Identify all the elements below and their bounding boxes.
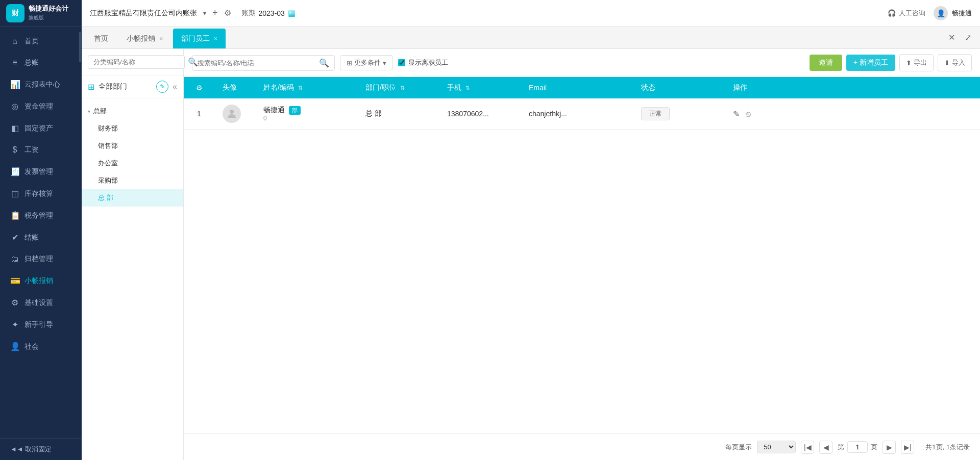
content-area: 🔍 ⊞ 全部部门 ✎ « ▾ 总部 财务部 销售部 (82, 49, 980, 460)
page-number-input[interactable] (847, 441, 868, 453)
page-prev-button[interactable]: ◀ (819, 441, 832, 454)
col-header-settings[interactable]: ⚙ (184, 77, 214, 98)
sidebar-item-reports[interactable]: 📊 云报表中心 (0, 73, 82, 95)
employee-avatar (223, 105, 241, 123)
sidebar-item-archive[interactable]: 🗂 归档管理 (0, 248, 82, 270)
sidebar-item-label: 总账 (24, 58, 39, 67)
sidebar-logo: 财 畅捷通好会计 旗舰版 (0, 0, 82, 27)
sidebar-item-assets[interactable]: ◧ 固定资产 (0, 117, 82, 139)
invite-button[interactable]: 邀请 (810, 55, 842, 71)
import-label: 导入 (952, 58, 965, 67)
employee-search-input[interactable] (198, 59, 316, 67)
sidebar-item-inventory[interactable]: ◫ 库存核算 (0, 183, 82, 205)
sidebar-item-home[interactable]: ⌂ 首页 (0, 31, 82, 52)
add-company-button[interactable]: + (212, 8, 218, 18)
right-panel: 🔍 ⊞ 更多条件 ▾ 显示离职员工 邀请 + 新增员工 ⬆ 导出 (184, 49, 980, 460)
show-resigned-check[interactable] (398, 59, 405, 66)
dept-tree-item-caigoubu[interactable]: 采购部 (82, 172, 183, 189)
maximize-window-button[interactable]: ⤢ (962, 32, 974, 44)
period-label: 账期 (241, 9, 256, 18)
edit-employee-button[interactable]: ✎ (733, 110, 740, 118)
page-size-select[interactable]: 50 100 200 (757, 441, 796, 453)
show-resigned-label: 显示离职员工 (408, 58, 448, 67)
dept-tree-item-xiaoshoubu[interactable]: 销售部 (82, 137, 183, 155)
window-controls: ✕ ⤢ (945, 27, 976, 48)
table-row: 1 畅捷通 (184, 98, 980, 130)
sidebar-item-label: 小畅报销 (24, 276, 53, 286)
employee-search-bar: 🔍 (192, 55, 335, 71)
employee-search-icon[interactable]: 🔍 (319, 58, 329, 68)
sidebar-item-settings[interactable]: ⚙ 基础设置 (0, 292, 82, 314)
toolbar-right-actions: 邀请 + 新增员工 ⬆ 导出 ⬇ 导入 (810, 54, 972, 71)
export-icon: ⬆ (906, 59, 912, 67)
sidebar-item-capital[interactable]: ◎ 资金管理 (0, 95, 82, 117)
invoice-icon: 🧾 (10, 167, 19, 176)
svg-point-0 (230, 110, 234, 114)
col-header-name[interactable]: 姓名/编码 ⇅ (255, 77, 357, 98)
sort-name-icon: ⇅ (298, 85, 303, 91)
dept-search-bar: 🔍 (82, 49, 183, 75)
expand-arrow-icon: ▾ (88, 109, 90, 114)
user-name: 畅捷通 (952, 9, 972, 18)
tab-xiaochangbaoxiao-close[interactable]: × (159, 35, 163, 42)
import-button[interactable]: ⬇ 导入 (938, 54, 972, 71)
tab-xiaochangbaoxiao[interactable]: 小畅报销 × (118, 29, 171, 48)
delete-employee-button[interactable]: ⎋ (746, 110, 751, 118)
dept-item-label: 财务部 (98, 124, 118, 133)
user-avatar-icon: 👤 (937, 9, 945, 17)
col-header-phone[interactable]: 手机 ⇅ (439, 77, 521, 98)
topbar-right: 🎧 人工咨询 👤 畅捷通 (888, 6, 972, 20)
dept-tree-item-bangongshi[interactable]: 办公室 (82, 155, 183, 172)
dept-tree-item-zongbu2[interactable]: 总 部 (82, 189, 183, 207)
close-window-button[interactable]: ✕ (945, 32, 958, 44)
capital-icon: ◎ (10, 101, 19, 111)
sidebar-item-guide[interactable]: ✦ 新手引导 (0, 314, 82, 336)
dept-header: ⊞ 全部部门 ✎ « (82, 75, 183, 98)
dept-tree-item-caiwubu[interactable]: 财务部 (82, 120, 183, 137)
add-employee-button[interactable]: + 新增员工 (846, 55, 895, 71)
period-display: 账期 2023-03 ▦ (241, 8, 296, 18)
col-header-dept[interactable]: 部门/职位 ⇅ (357, 77, 439, 98)
user-menu[interactable]: 👤 畅捷通 (934, 6, 972, 20)
dept-item-label: 销售部 (98, 141, 118, 150)
sidebar-item-checkout[interactable]: ✔ 结账 (0, 226, 82, 248)
sidebar-item-invoice[interactable]: 🧾 发票管理 (0, 161, 82, 183)
sidebar-item-account[interactable]: 👤 社会 (0, 336, 82, 357)
page-next-button[interactable]: ▶ (883, 441, 896, 454)
sidebar-item-label: 新手引导 (24, 320, 53, 329)
tab-home[interactable]: 首页 (86, 29, 116, 48)
tab-deptemployee-close[interactable]: × (214, 35, 217, 42)
sidebar-item-ledger[interactable]: ≡ 总账 (0, 52, 82, 73)
account-icon: 👤 (10, 342, 19, 351)
sort-dept-icon: ⇅ (400, 85, 405, 91)
sidebar-scrollbar[interactable] (79, 27, 82, 440)
sidebar-item-xiaochangbaoxiao[interactable]: 💳 小畅报销 (0, 270, 82, 292)
sidebar-item-tax[interactable]: 📋 税务管理 (0, 205, 82, 226)
dept-tree-item-zongbu[interactable]: ▾ 总部 (82, 103, 183, 120)
employee-toolbar: 🔍 ⊞ 更多条件 ▾ 显示离职员工 邀请 + 新增员工 ⬆ 导出 (184, 49, 980, 77)
dept-tree: ▾ 总部 财务部 销售部 办公室 采购部 总 部 (82, 98, 183, 460)
page-last-button[interactable]: ▶| (901, 441, 914, 454)
company-dropdown-icon[interactable]: ▾ (203, 10, 206, 17)
sidebar-item-label: 归档管理 (24, 254, 53, 264)
export-button[interactable]: ⬆ 导出 (899, 54, 934, 71)
tab-deptemployee[interactable]: 部门员工 × (173, 29, 226, 48)
tab-deptemployee-label: 部门员工 (181, 34, 210, 43)
page-suffix: 页 (871, 443, 877, 452)
dept-collapse-button[interactable]: « (173, 82, 177, 91)
calendar-icon[interactable]: ▦ (288, 8, 296, 18)
sidebar-item-label: 税务管理 (24, 211, 53, 220)
col-header-email: Email (521, 77, 633, 98)
sidebar-item-salary[interactable]: $ 工资 (0, 139, 82, 161)
page-first-button[interactable]: |◀ (801, 441, 814, 454)
company-settings-icon[interactable]: ⚙ (224, 8, 231, 18)
support-button[interactable]: 🎧 人工咨询 (888, 9, 925, 18)
sidebar-unpin-button[interactable]: ◄◄ 取消固定 (0, 438, 82, 460)
dept-edit-button[interactable]: ✎ (156, 81, 168, 93)
dept-search-input[interactable] (88, 55, 185, 69)
more-filters-button[interactable]: ⊞ 更多条件 ▾ (340, 55, 393, 70)
show-resigned-checkbox[interactable]: 显示离职员工 (398, 58, 448, 67)
import-icon: ⬇ (944, 59, 950, 67)
tax-icon: 📋 (10, 211, 19, 220)
sidebar-item-label: 固定资产 (24, 124, 53, 133)
